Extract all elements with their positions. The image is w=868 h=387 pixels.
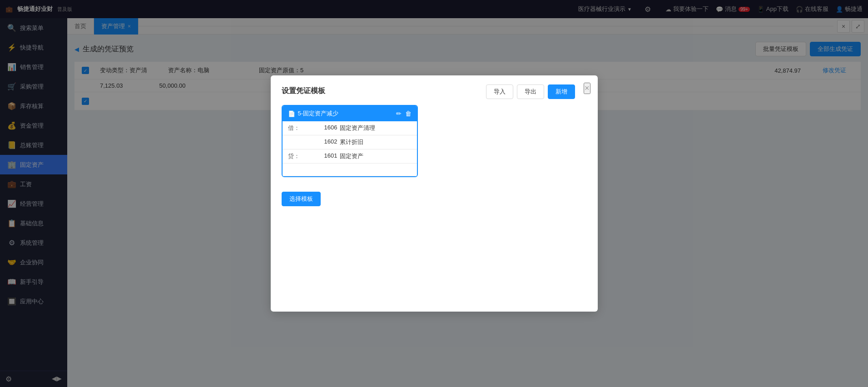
select-template-wrapper: 选择模板 xyxy=(282,184,587,206)
template-card-header-right: ✏ 🗑 xyxy=(396,110,412,117)
template-card: 📄 5-固定资产减少 ✏ 🗑 借： 1606 固定资产清理 xyxy=(282,105,418,177)
template-row1-code: 1606 xyxy=(324,124,337,132)
dialog-toolbar: 导入 导出 新增 xyxy=(486,84,575,99)
select-template-btn[interactable]: 选择模板 xyxy=(282,192,321,206)
template-empty-row xyxy=(283,164,417,176)
import-btn[interactable]: 导入 xyxy=(486,84,513,99)
new-template-btn[interactable]: 新增 xyxy=(548,84,575,99)
delete-template-icon[interactable]: 🗑 xyxy=(405,110,412,117)
template-row-1: 借： 1606 固定资产清理 xyxy=(283,121,417,135)
template-row3-account: 固定资产 xyxy=(340,152,363,160)
template-row2-account: 累计折旧 xyxy=(340,138,363,146)
edit-template-icon[interactable]: ✏ xyxy=(396,110,402,117)
template-row2-side xyxy=(288,138,324,146)
template-id-name: 5-固定资产减少 xyxy=(298,109,339,118)
template-card-header-left: 📄 5-固定资产减少 xyxy=(288,109,339,118)
template-row3-side: 贷： xyxy=(288,152,324,160)
template-row2-code: 1602 xyxy=(324,138,337,146)
template-card-body: 借： 1606 固定资产清理 1602 累计折旧 贷： 1601 固定资产 xyxy=(283,121,417,176)
dialog-close-btn[interactable]: × xyxy=(584,83,590,94)
template-card-header: 📄 5-固定资产减少 ✏ 🗑 xyxy=(283,106,417,121)
template-row3-code: 1601 xyxy=(324,152,337,160)
template-row-3: 贷： 1601 固定资产 xyxy=(283,149,417,164)
template-row1-side: 借： xyxy=(288,124,324,132)
template-row1-account: 固定资产清理 xyxy=(340,124,375,132)
template-row-2: 1602 累计折旧 xyxy=(283,135,417,149)
modal-overlay: 设置凭证模板 × 导入 导出 新增 📄 5-固定资产减少 ✏ 🗑 xyxy=(0,0,868,387)
export-btn[interactable]: 导出 xyxy=(517,84,544,99)
template-doc-icon: 📄 xyxy=(288,110,295,117)
dialog-set-template: 设置凭证模板 × 导入 导出 新增 📄 5-固定资产减少 ✏ 🗑 xyxy=(271,75,598,312)
